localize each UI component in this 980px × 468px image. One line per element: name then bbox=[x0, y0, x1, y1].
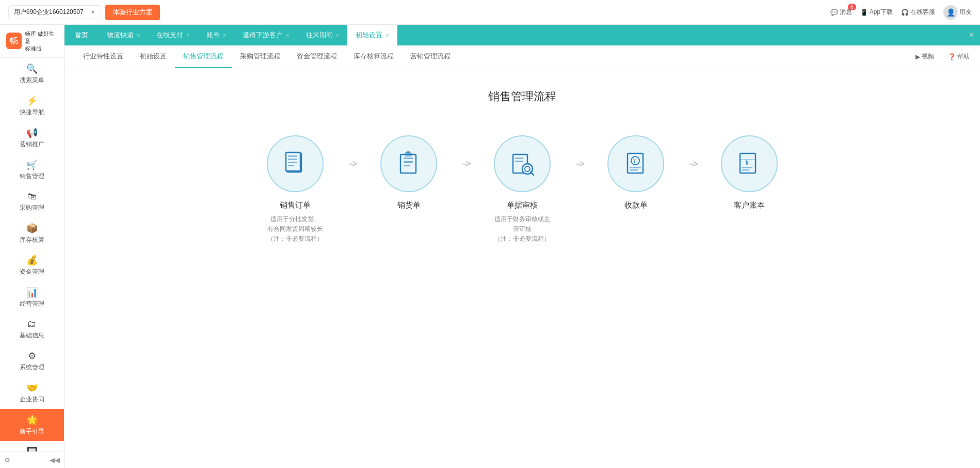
sidebar-item-label-basic-info: 基础信息 bbox=[20, 331, 44, 340]
video-action[interactable]: ▶ 视频 bbox=[915, 52, 934, 61]
nav-tab-0[interactable]: 物流快递 × bbox=[99, 25, 148, 45]
flow-arrow-2: -- -> bbox=[564, 135, 595, 169]
sidebar-item-app-center[interactable]: 🔲 应用中心 bbox=[0, 441, 64, 451]
svg-rect-15 bbox=[406, 151, 410, 153]
nav-tab-5[interactable]: 初始设置 × bbox=[347, 25, 397, 45]
svg-rect-18 bbox=[515, 161, 523, 162]
nav-tab-2[interactable]: 账号 × bbox=[198, 25, 234, 45]
sidebar-item-basic-info[interactable]: 🗂 基础信息 bbox=[0, 314, 64, 345]
help-icon: ❓ bbox=[948, 53, 956, 60]
nav-tab-1[interactable]: 在线支付 × bbox=[148, 25, 198, 45]
enterprise-selector[interactable]: 用户690企业1660120507 ▼ bbox=[8, 5, 101, 19]
beginner-guide-icon: 🌟 bbox=[26, 414, 38, 426]
sidebar-item-label-system-mgmt: 系统管理 bbox=[20, 363, 44, 372]
flow-step-title-audit: 单据审核 bbox=[507, 200, 538, 210]
page-content: 销售管理流程 销售订单适用于分批发货、有合同发货周期较长（注：非必要流程）-- … bbox=[65, 68, 980, 468]
sidebar-item-system-mgmt[interactable]: ⚙ 系统管理 bbox=[0, 345, 64, 377]
trial-button[interactable]: 体验行业方案 bbox=[105, 5, 160, 20]
svg-rect-9 bbox=[288, 165, 294, 166]
online-service-button[interactable]: 🎧 在线客服 bbox=[901, 8, 935, 17]
headset-icon: 🎧 bbox=[901, 9, 909, 16]
sidebar-item-marketing-promo[interactable]: 📢 营销推广 bbox=[0, 122, 64, 154]
sidebar-item-inventory[interactable]: 📦 库存核算 bbox=[0, 217, 64, 249]
marketing-promo-icon: 📢 bbox=[26, 127, 38, 138]
sidebar-item-business-mgmt[interactable]: 📊 经营管理 bbox=[0, 282, 64, 314]
flow-diagram: 销售订单适用于分批发货、有合同发货周期较长（注：非必要流程）-- -> 销货单-… bbox=[75, 135, 970, 244]
sidebar-item-label-enterprise-coop: 企业协同 bbox=[20, 395, 44, 404]
sidebar-item-label-inventory: 库存核算 bbox=[20, 236, 44, 244]
sidebar-item-purchase-mgmt[interactable]: 🛍 采购管理 bbox=[0, 186, 64, 217]
home-label: 首页 bbox=[75, 30, 88, 40]
nav-tab-close-3[interactable]: × bbox=[286, 32, 289, 38]
top-bar-left: 用户690企业1660120507 ▼ 体验行业方案 bbox=[8, 5, 160, 20]
app-version: 标准版 bbox=[25, 45, 58, 52]
finance-icon: 💰 bbox=[26, 255, 38, 266]
nav-tab-close-2[interactable]: × bbox=[223, 32, 226, 38]
svg-rect-29 bbox=[742, 167, 752, 168]
enterprise-coop-icon: 🤝 bbox=[26, 382, 38, 394]
online-service-label: 在线客服 bbox=[910, 8, 935, 17]
sidebar-item-label-beginner-guide: 新手引导 bbox=[20, 427, 44, 436]
nav-tab-label-1: 在线支付 bbox=[156, 30, 183, 40]
settings-icon[interactable]: ⚙ bbox=[4, 456, 10, 464]
avatar: 👤 bbox=[943, 5, 958, 20]
sidebar-item-finance[interactable]: 💰 资金管理 bbox=[0, 249, 64, 282]
user-menu[interactable]: 👤 用友 bbox=[943, 5, 972, 20]
flow-step-sales-order: 销售订单适用于分批发货、有合同发货周期较长（注：非必要流程） bbox=[254, 135, 336, 244]
svg-line-21 bbox=[531, 172, 534, 175]
sub-tab-2[interactable]: 销售管理流程 bbox=[175, 45, 232, 68]
user-label: 用友 bbox=[959, 8, 972, 17]
flow-circle-account[interactable]: ¥ bbox=[721, 135, 778, 192]
message-icon: 💬 bbox=[830, 9, 838, 16]
quick-nav-icon: ⚡ bbox=[26, 95, 38, 106]
logo-text: 畅库·做好生意 标准版 bbox=[25, 30, 58, 52]
sub-tab-4[interactable]: 资金管理流程 bbox=[288, 45, 345, 68]
nav-tab-3[interactable]: 邀请下游客户 × bbox=[234, 25, 297, 45]
collapse-icon[interactable]: ◀◀ bbox=[50, 456, 60, 464]
flow-step-title-receipt: 收款单 bbox=[624, 200, 648, 210]
flow-step-title-account: 客户账本 bbox=[734, 200, 765, 210]
sub-tab-3[interactable]: 采购管理流程 bbox=[232, 45, 288, 68]
close-all-tabs-button[interactable]: × bbox=[969, 30, 974, 40]
nav-tab-close-1[interactable]: × bbox=[186, 32, 189, 38]
nav-tab-4[interactable]: 往来期初 × bbox=[298, 25, 347, 45]
flow-circle-receipt[interactable]: ¥ bbox=[607, 135, 664, 192]
flow-circle-audit[interactable] bbox=[494, 135, 551, 192]
video-icon: ▶ bbox=[915, 53, 920, 60]
messages-button[interactable]: 💬 消息 6 bbox=[830, 8, 852, 17]
sidebar-bottom: ⚙ ◀◀ bbox=[0, 451, 64, 468]
sidebar-item-quick-nav[interactable]: ⚡ 快捷导航 bbox=[0, 90, 64, 122]
sidebar-item-label-marketing-promo: 营销推广 bbox=[20, 140, 44, 149]
sub-tab-6[interactable]: 营销管理流程 bbox=[402, 45, 459, 68]
nav-tab-close-5[interactable]: × bbox=[385, 32, 389, 38]
sales-mgmt-icon: 🛒 bbox=[26, 159, 38, 170]
svg-rect-30 bbox=[742, 169, 749, 171]
app-download-label: App下载 bbox=[870, 8, 893, 17]
flow-step-desc-sales-order: 适用于分批发货、有合同发货周期较长（注：非必要流程） bbox=[267, 214, 323, 244]
nav-tab-close-0[interactable]: × bbox=[137, 32, 140, 38]
nav-tab-label-3: 邀请下游客户 bbox=[243, 30, 283, 40]
flow-step-account: ¥ 客户账本 bbox=[708, 135, 791, 214]
nav-tab-label-2: 账号 bbox=[206, 30, 220, 40]
flow-step-audit: 单据审核适用于财务审核或主管审核（注：非必要流程） bbox=[481, 135, 564, 244]
sidebar-item-label-quick-nav: 快捷导航 bbox=[20, 108, 44, 117]
app-center-icon: 🔲 bbox=[26, 446, 38, 451]
flow-circle-sales-order[interactable] bbox=[267, 135, 324, 192]
sidebar-item-enterprise-coop[interactable]: 🤝 企业协同 bbox=[0, 377, 64, 409]
app-download-button[interactable]: 📱 App下载 bbox=[860, 8, 893, 17]
flow-circle-delivery[interactable] bbox=[380, 135, 437, 192]
svg-text:¥: ¥ bbox=[633, 158, 636, 164]
svg-rect-17 bbox=[515, 158, 523, 159]
sub-tab-5[interactable]: 库存核算流程 bbox=[345, 45, 402, 68]
sub-tab-0[interactable]: 行业特性设置 bbox=[75, 45, 132, 68]
tab-home[interactable]: 首页 bbox=[65, 25, 99, 45]
nav-tab-close-4[interactable]: × bbox=[336, 32, 339, 38]
system-mgmt-icon: ⚙ bbox=[28, 350, 36, 362]
sub-tab-1[interactable]: 初始设置 bbox=[132, 45, 175, 68]
help-action[interactable]: ❓ 帮助 bbox=[948, 52, 970, 61]
sidebar-item-label-search: 搜索菜单 bbox=[20, 76, 44, 85]
sidebar-item-sales-mgmt[interactable]: 🛒 销售管理 bbox=[0, 154, 64, 186]
sidebar-item-beginner-guide[interactable]: 🌟 新手引导 bbox=[0, 409, 64, 441]
sidebar-item-search[interactable]: 🔍 搜索菜单 bbox=[0, 58, 64, 90]
sidebar-logo: 畅 畅库·做好生意 标准版 bbox=[0, 25, 64, 58]
